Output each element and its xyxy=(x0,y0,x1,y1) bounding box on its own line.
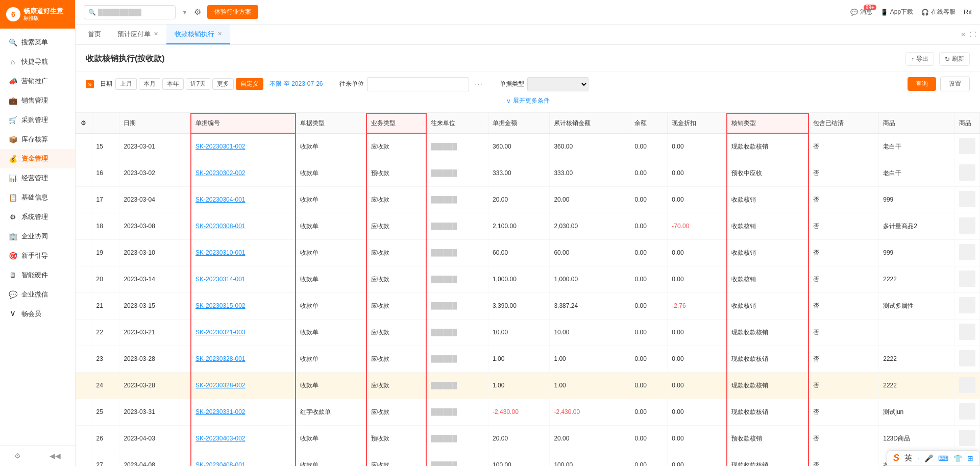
cell-discount: 0.00 xyxy=(668,266,727,292)
cell-setting xyxy=(76,319,92,346)
online-service-link[interactable]: 🎧 在线客服 xyxy=(921,8,955,16)
cell-discount: 0.00 xyxy=(668,160,727,186)
date-last-month[interactable]: 上月 xyxy=(115,78,137,90)
filter-more-dots[interactable]: ··· xyxy=(475,81,483,88)
expand-tabs-icon[interactable]: ⛶ xyxy=(970,31,976,38)
dropdown-arrow-icon[interactable]: ▼ xyxy=(182,9,188,16)
expand-more-btn[interactable]: ∨ 展开更多条件 xyxy=(506,96,550,105)
filter-date-range[interactable]: 不限 至 2023-07-26 xyxy=(270,80,323,88)
tabbar: 首页 预计应付单 ✕ 收款核销执行 ✕ ✕ ⛶ xyxy=(76,24,980,45)
sougou-mic-icon[interactable]: 🎤 xyxy=(924,454,933,462)
filter-bar: » 日期 上月 本月 本年 近7天 更多 自定义 不限 至 2023-07-26 xyxy=(76,71,980,113)
sidebar-item-search[interactable]: 🔍 搜索菜单 xyxy=(0,33,75,52)
phone-icon: 📱 xyxy=(880,9,888,16)
bill-no-link[interactable]: SK-20230403-002 xyxy=(195,435,245,442)
settings-bottom-icon[interactable]: ⚙ xyxy=(14,452,21,460)
sidebar-item-member[interactable]: V 畅会员 xyxy=(0,304,75,324)
cell-partner: ██████ xyxy=(426,425,488,452)
cell-bill-no[interactable]: SK-20230304-001 xyxy=(191,186,296,213)
bill-no-link[interactable]: SK-20230315-002 xyxy=(195,302,245,309)
bill-no-link[interactable]: SK-20230308-001 xyxy=(195,223,245,230)
date-this-year[interactable]: 本年 xyxy=(162,78,184,90)
sidebar-item-guide[interactable]: 🎯 新手引导 xyxy=(0,246,75,265)
cell-bill-no[interactable]: SK-20230302-002 xyxy=(191,160,296,186)
cell-bill-no[interactable]: SK-20230328-002 xyxy=(191,372,296,399)
cell-settled: 否 xyxy=(808,213,879,239)
sidebar-item-system[interactable]: ⚙ 系统管理 xyxy=(0,207,75,227)
cell-bill-no[interactable]: SK-20230301-002 xyxy=(191,133,296,160)
tab-home-label: 首页 xyxy=(88,30,101,39)
messages-link[interactable]: 💬 消息 99+ xyxy=(850,8,872,16)
bill-no-link[interactable]: SK-20230301-002 xyxy=(195,143,245,150)
sougou-shirt-icon[interactable]: 👕 xyxy=(953,454,962,462)
tab-prepay-close-icon[interactable]: ✕ xyxy=(154,31,158,37)
date-this-month[interactable]: 本月 xyxy=(139,78,160,90)
bill-no-link[interactable]: SK-20230321-003 xyxy=(195,329,245,336)
date-7days[interactable]: 近7天 xyxy=(186,78,211,90)
cell-goods: 123D商品 xyxy=(879,425,955,452)
tab-receipt[interactable]: 收款核销执行 ✕ xyxy=(166,24,230,44)
cell-date: 2023-03-14 xyxy=(119,266,191,292)
topbar-search[interactable]: 🔍 ██████████ xyxy=(84,5,176,19)
sougou-text-icon[interactable]: 英 xyxy=(904,453,912,463)
sidebar-item-wechat[interactable]: 💬 企业微信 xyxy=(0,285,75,304)
cell-bill-no[interactable]: SK-20230321-003 xyxy=(191,319,296,346)
cell-bill-no[interactable]: SK-20230328-001 xyxy=(191,346,296,372)
refresh-button[interactable]: ↻ 刷新 xyxy=(939,52,970,66)
tab-receipt-close-icon[interactable]: ✕ xyxy=(217,31,222,37)
filter-expand-icon[interactable]: » xyxy=(86,80,94,88)
sougou-grid-icon[interactable]: ⊞ xyxy=(967,454,973,462)
cell-bill-no[interactable]: SK-20230308-001 xyxy=(191,213,296,239)
date-more[interactable]: 更多 xyxy=(212,78,234,90)
th-partner: 往来单位 xyxy=(426,113,488,133)
cell-bill-no[interactable]: SK-20230331-002 xyxy=(191,399,296,425)
cell-bill-no[interactable]: SK-20230408-001 xyxy=(191,452,296,466)
cell-biz-type: 应收款 xyxy=(366,186,426,213)
date-custom[interactable]: 自定义 xyxy=(236,78,263,90)
sidebar-item-marketing[interactable]: 📣 营销推广 xyxy=(0,71,75,91)
cell-balance: 0.00 xyxy=(630,452,668,466)
bill-no-link[interactable]: SK-20230304-001 xyxy=(195,196,245,203)
app-download-label: App下载 xyxy=(890,8,913,16)
sidebar-item-finance[interactable]: 💰 资金管理 xyxy=(0,149,75,168)
bill-type-select[interactable] xyxy=(527,77,589,91)
cell-discount: 0.00 xyxy=(668,319,727,346)
app-download-link[interactable]: 📱 App下载 xyxy=(880,8,913,16)
sidebar-item-enterprise[interactable]: 🏢 企业协同 xyxy=(0,227,75,246)
sidebar-item-purchase[interactable]: 🛒 采购管理 xyxy=(0,110,75,130)
setting-button[interactable]: 设置 xyxy=(940,77,970,91)
partner-input[interactable] xyxy=(367,77,469,91)
sidebar-item-inventory[interactable]: 📦 库存核算 xyxy=(0,130,75,149)
th-write-off: 累计核销金额 xyxy=(550,113,630,133)
tab-prepay[interactable]: 预计应付单 ✕ xyxy=(109,24,166,44)
export-button[interactable]: ↑ 导出 xyxy=(905,52,934,66)
cell-bill-no[interactable]: SK-20230310-001 xyxy=(191,239,296,266)
sidebar-item-sales[interactable]: 💼 销售管理 xyxy=(0,91,75,110)
collapse-icon[interactable]: ◀◀ xyxy=(50,452,61,460)
bill-no-link[interactable]: SK-20230314-001 xyxy=(195,276,245,283)
cell-bill-no[interactable]: SK-20230314-001 xyxy=(191,266,296,292)
bill-no-link[interactable]: SK-20230310-001 xyxy=(195,249,245,256)
bill-no-link[interactable]: SK-20230302-002 xyxy=(195,169,245,177)
close-all-icon[interactable]: ✕ xyxy=(961,31,966,38)
sougou-keyboard-icon[interactable]: ⌨ xyxy=(938,454,948,462)
topbar-gear-icon[interactable]: ⚙ xyxy=(194,7,201,17)
query-button[interactable]: 查询 xyxy=(908,77,936,91)
filter-action-buttons: 查询 设置 xyxy=(908,77,970,91)
sidebar-item-hardware[interactable]: 🖥 智能硬件 xyxy=(0,265,75,285)
bill-no-link[interactable]: SK-20230328-001 xyxy=(195,355,245,362)
bill-no-link[interactable]: SK-20230331-002 xyxy=(195,408,245,415)
cell-write-off: 2,030.00 xyxy=(550,213,630,239)
solution-button[interactable]: 体验行业方案 xyxy=(207,5,258,19)
th-setting[interactable]: ⚙ xyxy=(76,113,92,133)
cell-bill-no[interactable]: SK-20230315-002 xyxy=(191,292,296,319)
bill-no-link[interactable]: SK-20230408-001 xyxy=(195,461,245,466)
tab-home[interactable]: 首页 xyxy=(80,24,109,44)
bill-no-link[interactable]: SK-20230328-002 xyxy=(195,382,245,389)
cell-bill-no[interactable]: SK-20230403-002 xyxy=(191,425,296,452)
user-name[interactable]: Rit xyxy=(964,8,972,16)
sidebar-item-operation[interactable]: 📊 经营管理 xyxy=(0,168,75,188)
sidebar-item-quicknav[interactable]: ⌂ 快捷导航 xyxy=(0,52,75,71)
sidebar-item-basic[interactable]: 📋 基础信息 xyxy=(0,188,75,207)
th-settled: 包含已结清 xyxy=(808,113,879,133)
